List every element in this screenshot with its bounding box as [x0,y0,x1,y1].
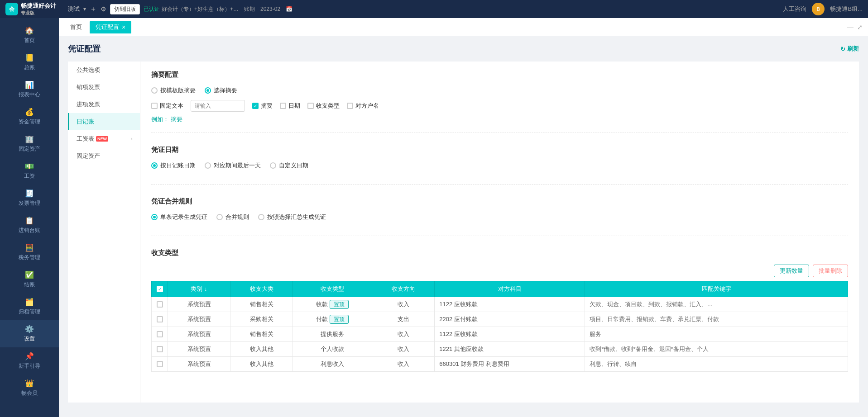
page-title-text: 凭证配置 [68,43,101,54]
config-main: 摘要配置 按模板版摘要 选择摘要 [140,62,859,403]
row-type-3: 提供服务 [293,327,372,342]
row-keywords-2: 项目、日常费用、报销款、车费、承兑汇票、付款 [585,312,848,327]
checkbox-opposite[interactable]: 对方户名 [347,102,379,110]
test-dropdown-icon[interactable]: ▾ [83,6,86,12]
checkbox-date[interactable]: 日期 [280,102,300,110]
row-major-3: 销售相关 [230,327,293,342]
logo-icon: 会 [5,3,18,15]
summary-radio-select[interactable]: 选择摘要 [205,86,237,95]
row-checkbox-4[interactable] [152,342,168,357]
left-nav-item-fixed-asset[interactable]: 固定资产 [68,147,140,165]
row-category-5: 系统预置 [168,357,230,372]
merge-radio-rule[interactable]: 合并规则 [216,213,249,221]
row-type-5: 利息收入 [293,357,372,372]
payroll-arrow-icon: › [131,136,133,142]
switch-version-button[interactable]: 切到旧版 [110,4,140,14]
date-radio-last-day[interactable]: 对应期间最后一天 [205,161,261,170]
left-nav-item-public[interactable]: 公共选项 [68,62,140,79]
table-header-bar: 更新数量 批量删除 [151,265,848,277]
update-button[interactable]: 更新数量 [774,265,809,277]
merge-radio-summary[interactable]: 按照选择汇总生成凭证 [258,213,326,221]
summary-checkbox-row: 固定文本 ✓ 摘要 日期 [151,100,848,112]
sidebar-item-member[interactable]: 👑 畅会员 [0,374,59,402]
sidebar-item-guide[interactable]: 📌 新手引导 [0,347,59,374]
minimize-button[interactable]: — [847,24,854,31]
asset-icon: 🏢 [25,135,34,143]
sidebar: 🏠 首页 📒 总账 📊 报表中心 💰 资金管理 🏢 固定资产 💵 工资 🧾 发票… [0,18,59,417]
summary-radio-template-circle [151,87,158,94]
row-checkbox-3[interactable] [152,327,168,342]
ledger-icon: 📒 [25,53,34,62]
sidebar-item-fund[interactable]: 💰 资金管理 [0,103,59,130]
batch-delete-button[interactable]: 批量删除 [813,265,848,277]
sidebar-item-settings[interactable]: ⚙️ 设置 [0,320,59,347]
col-checkbox: ✓ [152,281,168,297]
row-account-1: 1122 应收账款 [435,297,585,312]
tab-close-icon[interactable]: × [122,24,125,31]
row-type-1: 收款 置顶 [293,297,372,312]
sidebar-label-report: 报表中心 [19,91,40,99]
row-keywords-3: 服务 [585,327,848,342]
sidebar-item-asset[interactable]: 🏢 固定资产 [0,130,59,157]
row-category-4: 系统预置 [168,342,230,357]
row-keywords-1: 欠款、现金、项目款、到款、报销款、汇入、... [585,297,848,312]
config-layout: 公共选项 销项发票 进项发票 日记账 工资表 NEW › [68,62,859,403]
reset-tag-1[interactable]: 置顶 [330,300,349,309]
row-checkbox-5[interactable] [152,357,168,372]
gear-button[interactable]: ⚙ [101,5,106,13]
add-button[interactable]: ＋ [90,5,97,14]
row-direction-2: 支出 [372,312,435,327]
close-acct-icon: ✅ [25,270,34,279]
sidebar-item-invoice[interactable]: 🧾 发票管理 [0,185,59,212]
sidebar-item-tax[interactable]: 🧮 税务管理 [0,239,59,266]
sidebar-item-salary[interactable]: 💵 工资 [0,157,59,185]
maximize-button[interactable]: ⤢ [857,24,863,31]
merge-radio-single[interactable]: 单条记录生成凭证 [151,213,207,221]
date-checkbox-box [280,103,286,109]
sidebar-item-close[interactable]: ✅ 结账 [0,266,59,293]
row-major-4: 收入其他 [230,342,293,357]
table-header-checkbox[interactable]: ✓ [157,286,163,292]
row-checkbox-2[interactable] [152,312,168,327]
sidebar-item-purchase[interactable]: 📋 进销台账 [0,212,59,239]
checkbox-summary[interactable]: ✓ 摘要 [252,102,273,110]
tab-voucher-config[interactable]: 凭证配置 × [90,21,131,33]
reset-tag-2[interactable]: 置顶 [330,315,349,324]
summary-title: 摘要配置 [151,71,848,79]
row-category-3: 系统预置 [168,327,230,342]
help-label[interactable]: 人工咨询 [783,5,806,13]
refresh-button[interactable]: ↻ 刷新 [840,45,859,53]
sidebar-label-settings: 设置 [24,335,35,343]
left-nav-item-purchase-inv[interactable]: 进项发票 [68,96,140,113]
sidebar-label-fund: 资金管理 [19,118,40,126]
left-nav-item-journal[interactable]: 日记账 [68,113,140,130]
home-icon: 🏠 [25,26,34,35]
income-expense-table: ✓ 类别 ↓ 收支大类 收支类型 收支方向 对方科目 匹配关键字 [151,281,848,372]
avatar[interactable]: B [812,3,825,15]
checkbox-fixed-text[interactable]: 固定文本 [151,102,183,110]
row-keywords-4: 收到*借款、收到*备用金、退回*备用金、个人 [585,342,848,357]
left-nav-item-sales[interactable]: 销项发票 [68,79,140,96]
other-tags: 好会计（专）+好生意（标）+… [162,5,239,13]
test-label: 测试 [68,5,80,13]
date-radio-journal[interactable]: 按日记账日期 [151,161,196,170]
sidebar-item-report[interactable]: 📊 报表中心 [0,76,59,103]
summary-radio-template[interactable]: 按模板版摘要 [151,86,196,95]
tab-home[interactable]: 首页 [64,21,88,33]
sidebar-item-archive[interactable]: 🗂️ 归档管理 [0,293,59,320]
left-nav-item-payroll[interactable]: 工资表 NEW › [68,130,140,147]
sidebar-label-ledger: 总账 [24,64,35,71]
table-row: 系统预置 收入其他 利息收入 收入 660301 财务费用 利息费用 利息、行转… [152,357,848,372]
merge-radio-single-circle [151,214,158,220]
new-badge: NEW [96,136,108,142]
sidebar-item-ledger[interactable]: 📒 总账 [0,49,59,76]
sidebar-item-home[interactable]: 🏠 首页 [0,22,59,49]
fixed-text-input[interactable] [191,100,245,112]
date-radio-custom-circle [270,162,276,169]
row-checkbox-1[interactable] [152,297,168,312]
checkbox-pay-type[interactable]: 收支类型 [307,102,340,110]
report-icon: 📊 [25,81,34,89]
calendar-icon[interactable]: 📅 [286,6,293,12]
top-bar-right: 人工咨询 B 畅捷通B组... [783,3,863,15]
date-radio-custom[interactable]: 自定义日期 [270,161,308,170]
